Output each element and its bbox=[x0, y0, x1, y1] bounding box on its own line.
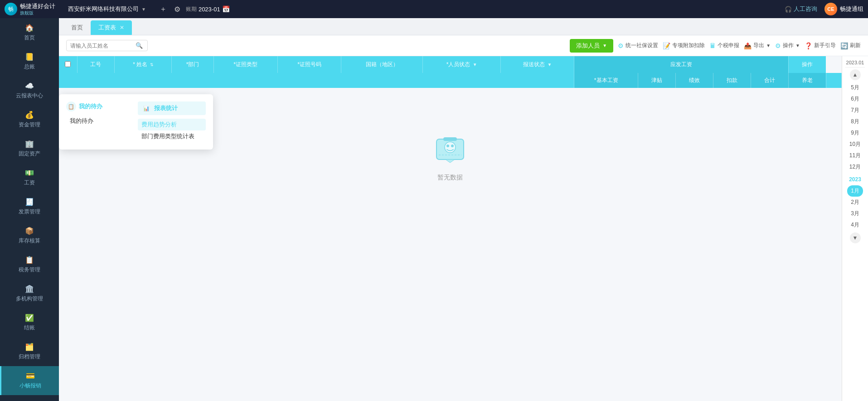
th-id-number: *证照号码 bbox=[277, 56, 341, 73]
inventory-icon: 📦 bbox=[25, 227, 34, 235]
search-icon[interactable]: 🔍 bbox=[136, 42, 143, 49]
timeline-month-8[interactable]: 8月 bbox=[848, 116, 862, 127]
th2-performance: 绩效 bbox=[676, 73, 713, 88]
popup-col2-title: 报表统计 bbox=[154, 104, 178, 112]
user-area[interactable]: CE 畅捷通组 bbox=[824, 3, 863, 15]
th-operations: 操作 bbox=[788, 56, 826, 73]
select-all-checkbox[interactable] bbox=[65, 61, 71, 67]
sidebar-item-funds[interactable]: 💰 资金管理 bbox=[0, 105, 59, 134]
timeline-month-7[interactable]: 7月 bbox=[848, 105, 862, 116]
avatar: CE bbox=[824, 3, 837, 15]
content-area: 首页 工资表 ✕ 🔍 添加人员 ▼ ⚙ 统一社保设置 bbox=[59, 18, 868, 401]
operations-action[interactable]: ⚙ 操作 ▼ bbox=[775, 42, 800, 49]
timeline-month-10[interactable]: 10月 bbox=[847, 139, 863, 150]
settings-button[interactable]: ⚙ bbox=[172, 3, 182, 15]
timeline-month-4[interactable]: 4月 bbox=[848, 219, 862, 231]
company-selector[interactable]: 西安虾米网络科技有限公司 ▼ bbox=[63, 3, 150, 15]
report-filter-icon[interactable]: ▼ bbox=[547, 62, 552, 67]
timeline-month-9[interactable]: 9月 bbox=[848, 127, 862, 139]
export-chevron-icon: ▼ bbox=[766, 43, 771, 48]
dropdown-popup: 📋 我的待办 我的待办 📊 报表统计 费用趋势分析 bbox=[59, 94, 213, 150]
refresh-action[interactable]: 🔄 刷新 bbox=[840, 42, 861, 49]
th-report-status: 报送状态 ▼ bbox=[501, 56, 574, 73]
user-name: 畅捷通组 bbox=[840, 5, 863, 13]
support-button[interactable]: 🎧 人工咨询 bbox=[785, 5, 817, 13]
close-account-icon: ✅ bbox=[25, 314, 34, 322]
name-sort-icon[interactable]: ⇅ bbox=[150, 63, 154, 67]
ledger-icon: 📒 bbox=[25, 53, 34, 61]
status-filter-icon[interactable]: ▼ bbox=[473, 62, 477, 67]
timeline-month-3[interactable]: 3月 bbox=[848, 208, 862, 219]
sidebar-item-tax[interactable]: 📋 税务管理 bbox=[0, 250, 59, 279]
popup-col2: 📊 报表统计 费用趋势分析 部门费用类型统计表 bbox=[138, 101, 206, 142]
tab-home[interactable]: 首页 bbox=[63, 20, 91, 35]
popup-item-cost-trend[interactable]: 费用趋势分析 bbox=[138, 119, 206, 130]
svg-point-2 bbox=[446, 145, 449, 147]
export-action[interactable]: 📤 导出 ▼ bbox=[744, 42, 771, 49]
sidebar-item-general-ledger[interactable]: 📒 总账 bbox=[0, 47, 59, 76]
todo-icon: 📋 bbox=[66, 101, 76, 111]
empty-illustration bbox=[432, 130, 468, 166]
header-actions: ＋ ⚙ bbox=[158, 3, 182, 16]
social-security-action[interactable]: ⚙ 统一社保设置 bbox=[618, 42, 658, 49]
th-checkbox[interactable] bbox=[59, 56, 77, 73]
th-salary-group: 应发工资 bbox=[574, 56, 788, 73]
th-nationality: 国籍（地区） bbox=[341, 56, 423, 73]
th-status: *人员状态 ▼ bbox=[423, 56, 501, 73]
top-header: 畅 畅捷通好会计 旗舰版 西安虾米网络科技有限公司 ▼ ＋ ⚙ 账期 2023-… bbox=[0, 0, 868, 18]
timeline-up-nav[interactable]: ▲ bbox=[850, 69, 861, 80]
sidebar-item-salary[interactable]: 💵 工资 bbox=[0, 163, 59, 192]
sidebar-item-home[interactable]: 🏠 首页 bbox=[0, 18, 59, 47]
th-department: *部门 bbox=[172, 56, 213, 73]
sidebar-item-expense[interactable]: 💳 小畅报销 bbox=[0, 366, 59, 395]
popup-col1-header: 📋 我的待办 bbox=[66, 101, 134, 111]
tab-close-icon[interactable]: ✕ bbox=[120, 24, 124, 31]
logo-icon: 畅 bbox=[5, 3, 17, 15]
sidebar-item-fixed-assets[interactable]: 🏢 固定资产 bbox=[0, 134, 59, 163]
tax-icon: 📋 bbox=[25, 256, 34, 264]
search-input[interactable] bbox=[70, 43, 134, 49]
timeline-month-2[interactable]: 2月 bbox=[848, 197, 862, 208]
th2-empty1 bbox=[59, 73, 574, 88]
popup-item-dept-cost[interactable]: 部门费用类型统计表 bbox=[138, 130, 206, 142]
timeline-down-nav[interactable]: ▼ bbox=[850, 232, 861, 243]
sidebar-item-archive[interactable]: 🗂️ 归档管理 bbox=[0, 337, 59, 366]
timeline-month-1[interactable]: 1月 bbox=[847, 185, 863, 197]
add-person-button[interactable]: 添加人员 ▼ bbox=[570, 39, 613, 53]
svg-rect-4 bbox=[443, 137, 457, 141]
sidebar-item-inventory[interactable]: 📦 库存核算 bbox=[0, 221, 59, 250]
tax-report-action[interactable]: 🖩 个税申报 bbox=[709, 42, 739, 49]
popup-item-mytodo[interactable]: 我的待办 bbox=[66, 115, 134, 127]
invoice-icon: 🧾 bbox=[25, 198, 34, 206]
export-icon: 📤 bbox=[744, 42, 752, 49]
settings-action-icon: ⚙ bbox=[618, 42, 624, 49]
main-layout: 🏠 首页 📒 总账 ☁️ 云报表中心 💰 资金管理 🏢 固定资产 💵 工资 🧾 … bbox=[0, 18, 868, 401]
ops-chevron-icon: ▼ bbox=[795, 43, 800, 48]
tax-deduction-action[interactable]: 📝 专项附加扣除 bbox=[663, 42, 705, 49]
assets-icon: 🏢 bbox=[25, 140, 34, 148]
tax-report-icon: 🖩 bbox=[709, 42, 716, 49]
sidebar: 🏠 首页 📒 总账 ☁️ 云报表中心 💰 资金管理 🏢 固定资产 💵 工资 🧾 … bbox=[0, 18, 59, 401]
timeline-year-header: 2023.01 bbox=[845, 58, 865, 68]
calendar-icon[interactable]: 📅 bbox=[222, 5, 230, 13]
deduction-icon: 📝 bbox=[663, 42, 670, 49]
tab-salary-sheet[interactable]: 工资表 ✕ bbox=[91, 20, 132, 35]
home-icon: 🏠 bbox=[25, 24, 34, 32]
add-button[interactable]: ＋ bbox=[158, 3, 169, 16]
th2-pension: 养老 bbox=[788, 73, 826, 88]
logo-text: 畅捷通好会计 旗舰版 bbox=[20, 2, 55, 16]
timeline-month-5[interactable]: 5月 bbox=[848, 82, 862, 93]
timeline-month-11[interactable]: 11月 bbox=[847, 150, 863, 161]
sidebar-item-multi-org[interactable]: 🏛️ 多机构管理 bbox=[0, 279, 59, 308]
tab-bar: 首页 工资表 ✕ bbox=[59, 18, 868, 35]
guide-action[interactable]: ❓ 新手引导 bbox=[805, 42, 836, 49]
sidebar-item-close-account[interactable]: ✅ 结账 bbox=[0, 308, 59, 337]
sidebar-item-cloud-reports[interactable]: ☁️ 云报表中心 bbox=[0, 76, 59, 105]
th2-base-salary: *基本工资 bbox=[574, 73, 638, 88]
th2-total: 合计 bbox=[751, 73, 788, 88]
sidebar-item-invoices[interactable]: 🧾 发票管理 bbox=[0, 192, 59, 221]
sidebar-item-basic-settings[interactable]: ⚙️ 基础设置 bbox=[0, 395, 59, 401]
timeline-month-6[interactable]: 6月 bbox=[848, 93, 862, 105]
timeline-month-12[interactable]: 12月 bbox=[847, 161, 863, 173]
guide-toolbar-icon: ❓ bbox=[805, 42, 812, 49]
